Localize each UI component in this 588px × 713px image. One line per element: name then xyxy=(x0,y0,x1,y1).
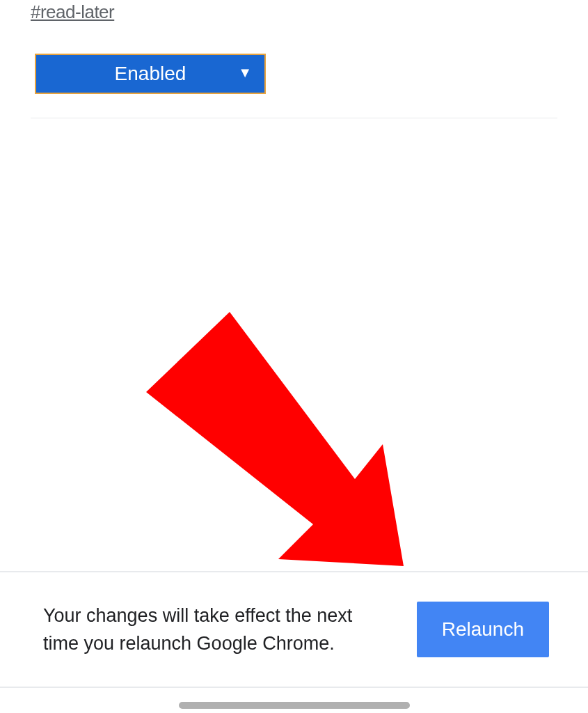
flag-state-dropdown[interactable]: Enabled ▼ xyxy=(35,54,266,94)
dropdown-selected-label: Enabled xyxy=(115,63,186,85)
svg-marker-0 xyxy=(146,312,404,566)
relaunch-button[interactable]: Relaunch xyxy=(417,602,549,657)
divider xyxy=(31,118,557,118)
relaunch-message: Your changes will take effect the next t… xyxy=(43,602,377,658)
chevron-down-icon: ▼ xyxy=(238,65,252,81)
home-indicator xyxy=(179,702,410,709)
relaunch-notice-bar: Your changes will take effect the next t… xyxy=(0,571,588,688)
flag-section: #read-later Enabled ▼ xyxy=(0,0,588,118)
annotation-arrow-icon xyxy=(146,312,424,577)
dropdown-wrapper: Enabled ▼ xyxy=(35,54,557,94)
flag-anchor-link[interactable]: #read-later xyxy=(31,1,114,22)
